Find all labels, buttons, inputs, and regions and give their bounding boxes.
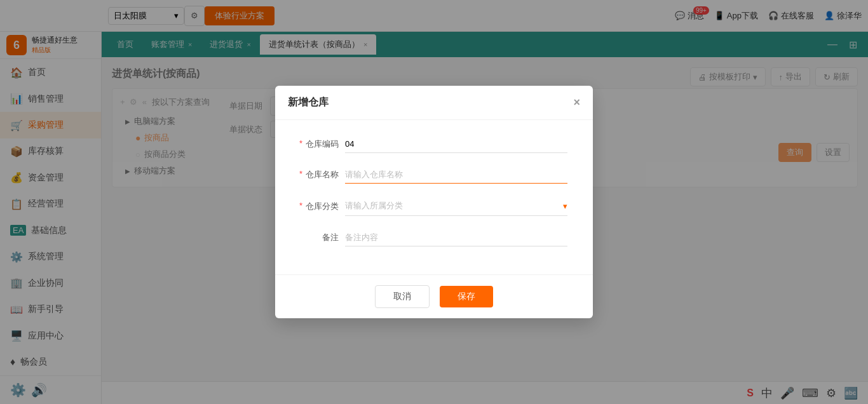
category-placeholder: 请输入所属分类 bbox=[345, 200, 403, 212]
category-dropdown-icon: ▾ bbox=[563, 201, 567, 211]
modal-footer: 取消 保存 bbox=[275, 274, 593, 318]
save-button[interactable]: 保存 bbox=[440, 286, 493, 307]
note-input[interactable] bbox=[345, 229, 567, 246]
modal-header: 新增仓库 × bbox=[275, 86, 593, 120]
category-select[interactable]: 请输入所属分类 ▾ bbox=[345, 196, 567, 216]
cancel-button[interactable]: 取消 bbox=[375, 285, 430, 308]
modal-close-button[interactable]: × bbox=[573, 96, 580, 109]
modal-overlay: 新增仓库 × 仓库编码 仓库名称 仓库分类 bbox=[0, 0, 868, 404]
name-label: 仓库名称 bbox=[301, 169, 345, 180]
category-label: 仓库分类 bbox=[301, 201, 345, 212]
note-label: 备注 bbox=[301, 232, 345, 243]
modal-body: 仓库编码 仓库名称 仓库分类 请输入所属分类 ▾ bbox=[275, 120, 593, 274]
form-row-note: 备注 bbox=[301, 229, 567, 246]
code-label: 仓库编码 bbox=[301, 138, 345, 150]
form-row-code: 仓库编码 bbox=[301, 135, 567, 153]
modal-title: 新增仓库 bbox=[288, 96, 329, 109]
code-input[interactable] bbox=[345, 135, 567, 153]
add-warehouse-modal: 新增仓库 × 仓库编码 仓库名称 仓库分类 bbox=[275, 86, 593, 318]
form-row-category: 仓库分类 请输入所属分类 ▾ bbox=[301, 196, 567, 216]
form-row-name: 仓库名称 bbox=[301, 166, 567, 184]
name-input[interactable] bbox=[345, 166, 567, 184]
